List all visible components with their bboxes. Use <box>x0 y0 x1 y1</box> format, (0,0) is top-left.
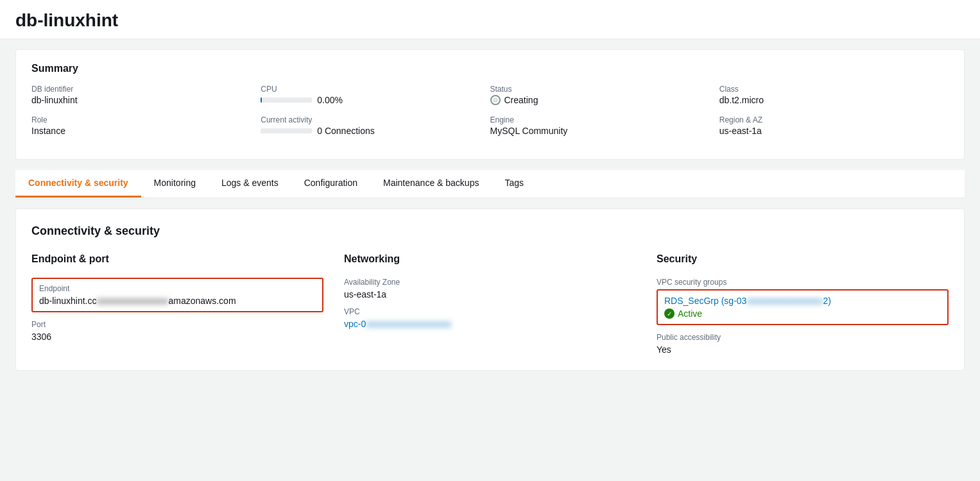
connections-bar: 0 Connections <box>261 126 474 136</box>
summary-col-1: DB identifier db-linuxhint Role Instance <box>31 85 261 146</box>
tab-configuration[interactable]: Configuration <box>291 170 370 198</box>
availability-zone-value: us-east-1a <box>344 289 636 300</box>
port-value: 3306 <box>31 332 323 342</box>
tab-maintenance-backups[interactable]: Maintenance & backups <box>370 170 492 198</box>
cpu-percent: 0.00% <box>317 95 343 105</box>
availability-zone-label: Availability Zone <box>344 278 636 287</box>
status-value: ⊙ Creating <box>490 95 704 105</box>
db-identifier-value: db-linuxhint <box>31 95 245 105</box>
tab-monitoring[interactable]: Monitoring <box>141 170 209 198</box>
engine-row: Engine MySQL Community <box>490 115 704 136</box>
page-header: db-linuxhint <box>0 0 980 39</box>
engine-value: MySQL Community <box>490 126 704 136</box>
db-identifier-row: DB identifier db-linuxhint <box>31 85 245 105</box>
endpoint-prefix: db-linuxhint.cc <box>39 296 97 306</box>
security-group-suffix: 2) <box>823 296 830 306</box>
current-activity-row: Current activity 0 Connections <box>261 115 474 136</box>
summary-title: Summary <box>31 63 949 74</box>
security-col: Security VPC security groups RDS_SecGrp … <box>657 253 949 355</box>
tab-tags[interactable]: Tags <box>492 170 537 198</box>
status-row: Status ⊙ Creating <box>490 85 704 105</box>
active-check-icon: ✓ <box>664 308 675 319</box>
tab-connectivity-security[interactable]: Connectivity & security <box>15 170 141 198</box>
summary-section: Summary DB identifier db-linuxhint Role … <box>15 49 965 160</box>
connectivity-section-title: Connectivity & security <box>31 224 949 238</box>
summary-col-2: CPU 0.00% Current activity 0 Connections <box>261 85 490 146</box>
page-title: db-linuxhint <box>15 10 965 31</box>
role-value: Instance <box>31 126 245 136</box>
role-row: Role Instance <box>31 115 245 136</box>
connections-value: 0 Connections <box>317 126 375 136</box>
public-accessibility-value: Yes <box>657 344 949 355</box>
summary-col-4: Class db.t2.micro Region & AZ us-east-1a <box>719 85 949 146</box>
cpu-bar <box>261 97 312 103</box>
port-label: Port <box>31 320 323 329</box>
summary-grid: DB identifier db-linuxhint Role Instance… <box>31 85 949 146</box>
engine-label: Engine <box>490 115 704 124</box>
class-label: Class <box>719 85 933 94</box>
connections-progress-bar <box>261 128 312 133</box>
cpu-row: CPU 0.00% <box>261 85 474 105</box>
security-group-blurred: xxxxxxxxxxxxxxxxx <box>746 296 823 306</box>
connectivity-content-section: Connectivity & security Endpoint & port … <box>15 208 965 371</box>
cpu-bar-container: 0.00% <box>261 95 474 105</box>
endpoint-port-col-title: Endpoint & port <box>31 253 323 265</box>
cpu-label: CPU <box>261 85 474 94</box>
class-value: db.t2.micro <box>719 95 933 105</box>
status-clock-icon: ⊙ <box>490 95 501 105</box>
cpu-bar-fill <box>261 97 262 103</box>
active-label: Active <box>678 308 702 319</box>
security-group-link[interactable]: RDS_SecGrp (sg-03xxxxxxxxxxxxxxxxx2) <box>664 296 941 306</box>
security-group-prefix: RDS_SecGrp (sg-03 <box>664 296 746 306</box>
status-label: Status <box>490 85 704 94</box>
region-az-label: Region & AZ <box>719 115 933 124</box>
endpoint-blurred: xxxxxxxxxxxxxxxx <box>97 296 169 306</box>
security-col-title: Security <box>657 253 949 265</box>
summary-col-3: Status ⊙ Creating Engine MySQL Community <box>490 85 719 146</box>
public-accessibility-label: Public accessibility <box>657 333 949 342</box>
endpoint-value: db-linuxhint.ccxxxxxxxxxxxxxxxxamazonaws… <box>39 296 316 306</box>
vpc-security-groups-label: VPC security groups <box>657 278 949 287</box>
endpoint-box: Endpoint db-linuxhint.ccxxxxxxxxxxxxxxxx… <box>31 278 323 312</box>
networking-col-title: Networking <box>344 253 636 265</box>
active-badge: ✓ Active <box>664 308 941 319</box>
endpoint-port-col: Endpoint & port Endpoint db-linuxhint.cc… <box>31 253 323 355</box>
tabs-list: Connectivity & security Monitoring Logs … <box>15 170 965 198</box>
class-row: Class db.t2.micro <box>719 85 933 105</box>
db-identifier-label: DB identifier <box>31 85 245 94</box>
tabs-container: Connectivity & security Monitoring Logs … <box>15 170 965 198</box>
region-az-value: us-east-1a <box>719 126 933 136</box>
vpc-link[interactable]: vpc-0xxxxxxxxxxxxxxxxxxx <box>344 319 451 329</box>
vpc-value: vpc-0xxxxxxxxxxxxxxxxxxx <box>344 319 636 329</box>
connectivity-grid: Endpoint & port Endpoint db-linuxhint.cc… <box>31 253 949 355</box>
status-text: Creating <box>504 95 538 105</box>
current-activity-label: Current activity <box>261 115 474 124</box>
vpc-blurred: xxxxxxxxxxxxxxxxxxx <box>366 319 451 329</box>
endpoint-suffix: amazonaws.com <box>169 296 236 306</box>
tab-logs-events[interactable]: Logs & events <box>209 170 291 198</box>
endpoint-label: Endpoint <box>39 284 316 293</box>
vpc-label: VPC <box>344 307 636 316</box>
region-az-row: Region & AZ us-east-1a <box>719 115 933 136</box>
networking-col: Networking Availability Zone us-east-1a … <box>344 253 636 355</box>
vpc-prefix: vpc-0 <box>344 319 366 329</box>
role-label: Role <box>31 115 245 124</box>
security-group-box: RDS_SecGrp (sg-03xxxxxxxxxxxxxxxxx2) ✓ A… <box>657 289 949 325</box>
